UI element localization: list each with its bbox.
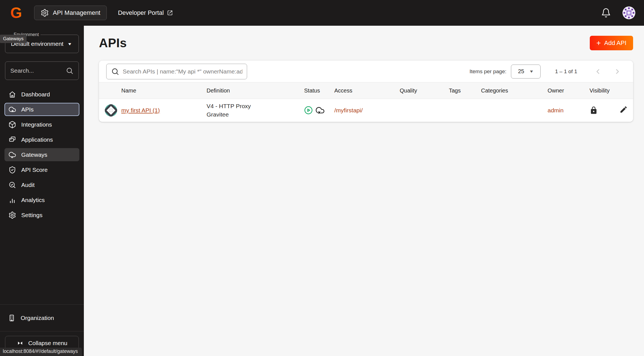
collapse-menu-label: Collapse menu (28, 340, 67, 346)
chevron-right-icon[interactable] (614, 68, 621, 75)
sidebar-item-applications[interactable]: Applications (4, 133, 79, 146)
gear-icon (8, 211, 16, 219)
status-cell (304, 106, 329, 115)
gravitee-logo-icon[interactable]: G (8, 5, 24, 21)
gateways-tooltip: Gateways (0, 35, 27, 43)
pager (594, 68, 626, 75)
main-header: APIs + Add API (99, 36, 633, 50)
tags-cell (446, 99, 478, 122)
sidebar-search-input[interactable] (10, 67, 63, 74)
definition-line-1: V4 - HTTP Proxy (207, 102, 299, 110)
items-per-page-label: Items per page: (470, 68, 506, 75)
add-api-button[interactable]: + Add API (590, 36, 633, 50)
notifications-bell-icon[interactable] (601, 8, 611, 18)
sidebar-spacer (0, 222, 84, 304)
bar-chart-icon (8, 196, 16, 204)
items-per-page-select[interactable]: 25 ▼ (511, 65, 541, 79)
sidebar-item-label: Dashboard (21, 91, 50, 98)
col-header-name: Name (99, 82, 203, 99)
sidebar-item-label: Analytics (21, 197, 45, 203)
app-screen: G API Management Developer Portal (0, 0, 644, 356)
table-header-row: Name Definition Status Access Quality Ta… (99, 82, 633, 99)
user-avatar[interactable] (622, 6, 636, 20)
caret-down-icon: ▼ (529, 69, 534, 73)
building-icon (8, 314, 16, 322)
apis-table: Name Definition Status Access Quality Ta… (99, 82, 633, 122)
sidebar-item-settings[interactable]: Settings (4, 208, 79, 222)
definition-line-2: Gravitee (207, 110, 299, 119)
sidebar-item-label: Gateways (21, 151, 47, 158)
sidebar: Environment Default environment ▼ Dashbo… (0, 26, 84, 356)
developer-portal-link[interactable]: Developer Portal (118, 9, 173, 16)
private-lock-icon (589, 106, 614, 115)
api-search-box[interactable] (106, 64, 247, 79)
sidebar-item-api-score[interactable]: API Score (4, 163, 79, 176)
sidebar-item-analytics[interactable]: Analytics (4, 193, 79, 207)
home-icon (8, 91, 16, 98)
organization-label: Organization (21, 315, 54, 321)
api-started-icon (304, 106, 313, 115)
quality-cell (396, 99, 446, 122)
api-search-input[interactable] (123, 68, 242, 75)
chevron-left-icon[interactable] (594, 68, 602, 75)
sidebar-divider (0, 331, 84, 331)
sidebar-search[interactable] (5, 61, 79, 80)
search-icon (66, 67, 74, 75)
col-header-categories: Categories (478, 82, 544, 99)
sidebar-item-label: Integrations (21, 121, 52, 128)
page-title: APIs (99, 36, 127, 50)
api-management-button[interactable]: API Management (34, 6, 107, 20)
cloud-gear-icon (8, 106, 16, 113)
collapse-arrows-icon (16, 340, 24, 347)
col-header-visibility: Visibility (586, 82, 616, 99)
api-name-cell: my first API (1) (102, 104, 201, 117)
topbar-right (601, 6, 636, 20)
sidebar-item-label: APIs (21, 106, 34, 113)
sidebar-item-integrations[interactable]: Integrations (4, 118, 79, 131)
apis-toolbar: Items per page: 25 ▼ 1 – 1 of 1 (99, 61, 633, 82)
api-management-label: API Management (53, 9, 100, 16)
sidebar-item-audit[interactable]: Audit (4, 178, 79, 191)
api-not-synced-icon (315, 106, 325, 115)
apis-card: Items per page: 25 ▼ 1 – 1 of 1 (99, 61, 633, 122)
col-header-owner: Owner (544, 82, 586, 99)
developer-portal-label: Developer Portal (118, 9, 164, 16)
apim-gear-icon (41, 9, 49, 17)
search-icon (111, 67, 119, 76)
add-api-label: Add API (604, 39, 626, 47)
owner-link[interactable]: admin (548, 107, 564, 113)
app-windows-icon (8, 136, 16, 144)
sidebar-divider (0, 304, 84, 305)
plus-icon: + (596, 39, 601, 47)
col-header-status: Status (301, 82, 331, 99)
shield-check-icon (8, 166, 16, 174)
sidebar-item-dashboard[interactable]: Dashboard (4, 88, 79, 101)
col-header-access: Access (331, 82, 396, 99)
svg-text:G: G (10, 5, 22, 21)
sidebar-item-organization[interactable]: Organization (0, 311, 84, 324)
sidebar-item-gateways[interactable]: Gateways (4, 148, 79, 161)
top-bar: G API Management Developer Portal (0, 0, 644, 26)
col-header-actions (616, 82, 633, 99)
col-header-tags: Tags (446, 82, 478, 99)
package-icon (8, 121, 16, 129)
cloud-gateway-icon (8, 151, 16, 159)
api-avatar (105, 104, 117, 117)
pagination-controls: Items per page: 25 ▼ 1 – 1 of 1 (470, 65, 626, 79)
sidebar-item-label: Settings (21, 212, 42, 219)
sidebar-item-apis[interactable]: APIs (4, 103, 79, 116)
caret-down-icon: ▼ (67, 42, 72, 46)
sidebar-item-label: Applications (21, 136, 53, 143)
api-name-link[interactable]: my first API (1) (121, 107, 160, 114)
api-access-link[interactable]: /myfirstapi/ (334, 107, 363, 113)
main-content: APIs + Add API Items per page: (84, 26, 644, 356)
sidebar-nav: Dashboard APIs (0, 88, 84, 222)
items-per-page-value: 25 (518, 68, 524, 75)
sidebar-item-label: API Score (21, 167, 48, 173)
edit-pencil-icon[interactable] (619, 105, 628, 114)
status-url-text: localhost:8084/#!/default/gateways (3, 348, 78, 354)
categories-cell (478, 99, 544, 122)
pagination-range: 1 – 1 of 1 (555, 68, 577, 75)
sidebar-item-label: Audit (21, 182, 35, 188)
external-link-icon (167, 10, 173, 16)
